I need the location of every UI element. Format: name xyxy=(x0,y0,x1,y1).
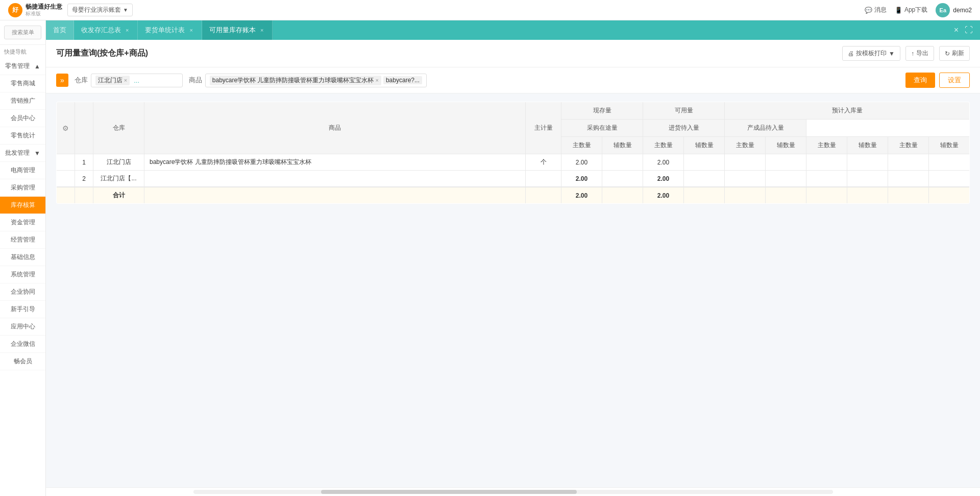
sidebar-item-retail-stats[interactable]: 零售统计 xyxy=(0,127,45,145)
footer-finished-pending-main xyxy=(888,187,929,204)
row1-avail-main: 2.00 xyxy=(643,154,684,171)
tab-home[interactable]: 首页 xyxy=(46,20,74,40)
tab-close-inventory-summary[interactable]: × xyxy=(124,27,130,34)
sidebar-item-purchase[interactable]: 采购管理 xyxy=(0,179,45,197)
row1-pur-transit-main xyxy=(725,154,766,171)
sidebar-item-wechat[interactable]: 企业微信 xyxy=(0,336,45,353)
col-unit-header: 主计量 xyxy=(526,102,561,154)
footer-inbound-pending-aux xyxy=(847,187,888,204)
table-settings-icon[interactable]: ⚙ xyxy=(62,124,69,132)
industry-selector[interactable]: 母婴行业演示账套 ▼ xyxy=(67,4,133,16)
sidebar-item-retail-mall[interactable]: 零售商城 xyxy=(0,75,45,92)
tab-requisition-stats[interactable]: 要货单统计表 × xyxy=(138,20,202,40)
col-avail-header: 可用量 xyxy=(643,102,725,120)
quick-nav-label: 快捷导航 xyxy=(0,45,45,58)
col-no-header xyxy=(75,102,93,154)
msg-button[interactable]: 💬 消息 xyxy=(865,6,887,14)
row1-no: 1 xyxy=(75,154,93,171)
app-download-button[interactable]: 📱 App下载 xyxy=(895,6,927,14)
sidebar-item-ecommerce[interactable]: 电商管理 xyxy=(0,162,45,179)
tab-inventory-summary[interactable]: 收发存汇总表 × xyxy=(74,20,138,40)
row1-inbound-pending-aux xyxy=(847,154,888,171)
col-settings-header: ⚙ xyxy=(57,102,75,154)
sidebar-item-system[interactable]: 系统管理 xyxy=(0,266,45,284)
footer-finished-pending-aux xyxy=(929,187,970,204)
sidebar-item-basics[interactable]: 基础信息 xyxy=(0,249,45,266)
horizontal-scrollbar[interactable] xyxy=(46,487,980,496)
col-pur-transit-aux-header: 辅数量 xyxy=(766,137,806,154)
sidebar-item-guide[interactable]: 新手引导 xyxy=(0,301,45,318)
row1-product: babycare学饮杯 儿童防摔防撞吸管杯重力球吸嘴杯宝宝水杯 xyxy=(144,154,526,171)
warehouse-tag-container[interactable]: 江北门店 × ... xyxy=(91,74,183,87)
warehouse-filter-label: 仓库 xyxy=(75,76,88,85)
col-stock-header: 现存量 xyxy=(561,102,643,120)
refresh-button[interactable]: ↻ 刷新 xyxy=(939,46,970,61)
col-finished-pending-header: 产成品待入量 xyxy=(725,120,806,137)
export-button[interactable]: ↑ 导出 xyxy=(905,46,934,61)
sidebar-item-members[interactable]: 会员中心 xyxy=(0,110,45,127)
refresh-label: 刷新 xyxy=(952,49,964,58)
chevron-down-icon: ▼ xyxy=(123,7,128,13)
chevron-icon: ▲ xyxy=(34,63,40,70)
row2-inbound-pending-main xyxy=(806,171,847,187)
tab-available-inventory[interactable]: 可用量库存账本 × xyxy=(202,20,273,40)
row1-unit: 个 xyxy=(526,154,561,171)
row2-pur-transit-main xyxy=(725,171,766,187)
user-area[interactable]: Ea demo2 xyxy=(936,3,972,17)
table-row: 2 江北门店【... 2.00 2.00 xyxy=(57,171,970,187)
close-all-tabs-button[interactable]: × xyxy=(952,23,961,37)
app-icon: 📱 xyxy=(895,7,902,14)
logo-text-main: 畅捷通好生意 xyxy=(26,3,62,10)
page-header-actions: 🖨 按模板打印 ▼ ↑ 导出 ↻ 刷新 xyxy=(842,46,970,61)
filter-area: » 仓库 江北门店 × ... 商品 babycare xyxy=(46,67,980,93)
sidebar-item-marketing[interactable]: 营销推广 xyxy=(0,92,45,110)
col-pur-transit-header: 采购在途量 xyxy=(561,120,643,137)
sidebar-search-area: 搜索菜单 xyxy=(0,20,45,45)
page-header: 可用量查询(按仓库+商品) 🖨 按模板打印 ▼ ↑ 导出 ↻ 刷新 xyxy=(46,40,980,67)
template-print-button[interactable]: 🖨 按模板打印 ▼ xyxy=(842,46,900,61)
search-menu-button[interactable]: 搜索菜单 xyxy=(4,26,41,39)
filter-toggle-button[interactable]: » xyxy=(56,74,68,87)
template-print-label: 按模板打印 xyxy=(856,49,887,58)
table-footer-row: 合计 2.00 2.00 xyxy=(57,187,970,204)
tab-home-label: 首页 xyxy=(53,26,66,35)
sidebar-item-inventory[interactable]: 库存核算 xyxy=(0,197,45,214)
query-button[interactable]: 查询 xyxy=(905,73,935,88)
sidebar-item-wholesale[interactable]: 批发管理▼ xyxy=(0,145,45,162)
col-pur-transit-main-header: 主数量 xyxy=(725,137,766,154)
refresh-icon: ↻ xyxy=(945,50,950,57)
settings-button[interactable]: 设置 xyxy=(939,73,970,88)
row1-warehouse: 江北门店 xyxy=(93,154,144,171)
row2-finished-pending-main xyxy=(888,171,929,187)
product-tag-container[interactable]: babycare学饮杯 儿童防摔防撞吸管杯重力球吸嘴杯宝宝水杯 × babyca… xyxy=(205,74,427,87)
expand-button[interactable]: ⛶ xyxy=(963,23,975,37)
industry-selector-text: 母婴行业演示账套 xyxy=(72,6,121,14)
chevron-down-icon: ▼ xyxy=(889,50,895,57)
sidebar-item-member-service[interactable]: 畅会员 xyxy=(0,353,45,370)
warehouse-tag-remove[interactable]: × xyxy=(124,77,127,83)
scrollbar-thumb[interactable] xyxy=(321,490,577,494)
product-filter-label: 商品 xyxy=(189,76,202,85)
scrollbar-track[interactable] xyxy=(193,490,833,494)
export-icon: ↑ xyxy=(911,50,914,57)
warehouse-tag: 江北门店 × xyxy=(95,76,130,85)
footer-unit xyxy=(526,187,561,204)
app-dl-label: App下载 xyxy=(904,6,927,14)
col-avail-aux-header: 辅数量 xyxy=(684,137,725,154)
warehouse-more-button[interactable]: ... xyxy=(132,77,141,84)
product-tag-1-remove[interactable]: × xyxy=(376,77,379,83)
col-warehouse-header: 仓库 xyxy=(93,102,144,154)
sidebar-item-enterprise[interactable]: 企业协同 xyxy=(0,284,45,301)
sidebar-item-retail-mgmt[interactable]: 零售管理▲ xyxy=(0,58,45,75)
logo-text: 畅捷通好生意 标准版 xyxy=(26,3,62,16)
sidebar-item-finance[interactable]: 资金管理 xyxy=(0,214,45,231)
tab-close-available-inventory[interactable]: × xyxy=(259,27,265,34)
tab-close-requisition-stats[interactable]: × xyxy=(188,27,194,34)
row1-stock-aux xyxy=(602,154,643,171)
product-tag-1: babycare学饮杯 儿童防摔防撞吸管杯重力球吸嘴杯宝宝水杯 × xyxy=(210,76,381,85)
sidebar-item-operations[interactable]: 经营管理 xyxy=(0,231,45,249)
table-area: ⚙ 仓库 商品 主计量 现存量 可用量 预计入库量 采购在途量 xyxy=(46,93,980,212)
page-content: 可用量查询(按仓库+商品) 🖨 按模板打印 ▼ ↑ 导出 ↻ 刷新 xyxy=(46,40,980,487)
col-inbound-pending-main-header: 主数量 xyxy=(806,137,847,154)
sidebar-item-apps[interactable]: 应用中心 xyxy=(0,318,45,336)
